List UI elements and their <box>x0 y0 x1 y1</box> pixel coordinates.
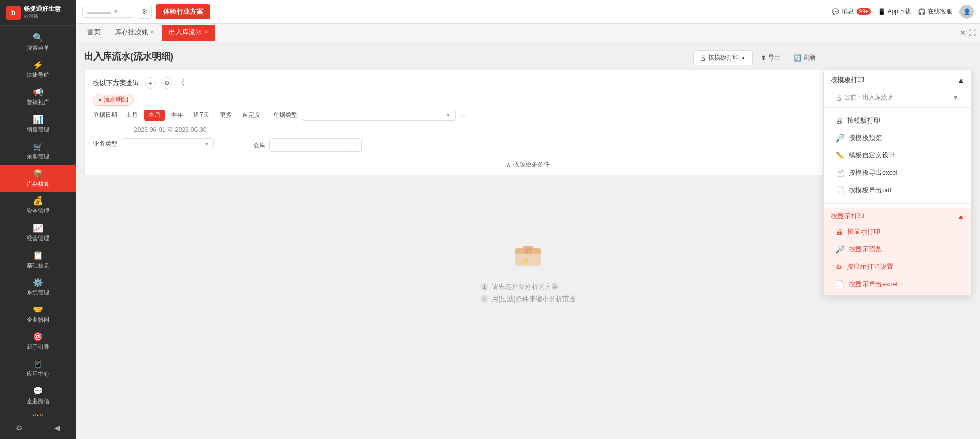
svg-text:😐: 😐 <box>523 257 530 264</box>
print-template-button[interactable]: 🖨 按模板打印 ▲ <box>693 50 753 65</box>
sidebar-item-quicknav[interactable]: ⚡ 快捷导航 <box>0 56 76 83</box>
gear-button[interactable]: ⚙ <box>138 5 152 19</box>
dropdown-item-display-print[interactable]: 🖨 按显示打印 <box>824 223 971 241</box>
sidebar-footer: ⚙ ◀ <box>0 416 76 439</box>
doctype-select[interactable]: ▼ <box>302 110 456 121</box>
last-month-button[interactable]: 上月 <box>122 110 142 121</box>
sidebar-item-system[interactable]: ⚙️ 系统管理 <box>0 273 76 301</box>
warehouse-select[interactable]: ··· <box>269 138 362 152</box>
logo-text: 畅捷通好生意 标准版 <box>24 5 61 21</box>
export-button[interactable]: ⬆ 导出 <box>756 51 786 65</box>
enterprise-icon: 🤝 <box>33 305 43 314</box>
sidebar-nav: 🔍 搜索菜单 ⚡ 快捷导航 📢 营销推广 📊 销售管理 🛒 采购管理 📦 库存核… <box>0 26 76 416</box>
biztype-field-label: 业务类型 <box>93 139 117 148</box>
sidebar-item-purchase[interactable]: 🛒 采购管理 <box>0 137 76 165</box>
sidebar: b 畅捷通好生意 标准版 🔍 搜索菜单 ⚡ 快捷导航 📢 营销推广 📊 销售管理… <box>0 0 76 439</box>
current-arrow-icon: ▼ <box>953 94 959 102</box>
dropdown-close-icon[interactable]: ▲ <box>957 76 964 84</box>
sidebar-item-finance[interactable]: 💰 资金管理 <box>0 192 76 219</box>
content-area: 出入库流水(流水明细) 🖨 按模板打印 ▲ ⬆ 导出 🔄 刷新 按以下方案查询 <box>76 42 980 439</box>
system-icon: ⚙️ <box>33 277 43 287</box>
operation-icon: 📈 <box>33 223 43 233</box>
warehouse-more-button[interactable]: ··· <box>351 141 357 149</box>
topbar-left: ▬▬▬▬ ▼ ⚙ 体验行业方案 <box>82 4 828 19</box>
user-selector[interactable]: ▬▬▬▬ ▼ <box>82 6 133 18</box>
printer-icon-2: 🖨 <box>836 228 843 236</box>
last7days-button[interactable]: 近7天 <box>189 110 213 121</box>
sidebar-item-wechat[interactable]: 💬 企业微信 <box>0 382 76 409</box>
more-date-button[interactable]: 更多 <box>215 110 236 121</box>
user-avatar[interactable]: 👤 <box>959 5 974 19</box>
message-badge: 99+ <box>857 8 871 15</box>
doctype-field-label: 单据类型 <box>273 111 298 119</box>
preview-icon-2: 🔎 <box>836 245 845 253</box>
filter-add-button[interactable]: + <box>145 77 156 89</box>
filter-setting-button[interactable]: ⚙ <box>161 77 172 89</box>
main-area: ▬▬▬▬ ▼ ⚙ 体验行业方案 💬 消息 99+ 📱 App下载 🎧 在线客服 <box>76 0 980 439</box>
doctype-more-button[interactable]: ··· <box>460 111 466 119</box>
app-download-button[interactable]: 📱 App下载 <box>878 7 911 16</box>
headset-icon: 🎧 <box>918 8 926 15</box>
biztype-select[interactable]: ▼ <box>122 138 214 149</box>
dropdown-item-template-preview[interactable]: 🔎 按模板预览 <box>824 129 971 147</box>
empty-tip-1: 1 请先选择要分析的方案 <box>480 282 575 291</box>
sidebar-item-basicinfo[interactable]: 📋 基础信息 <box>0 246 76 273</box>
sidebar-item-inventory[interactable]: 📦 库存核算 <box>0 165 76 192</box>
display-print-section: 按显示打印 ▲ 🖨 按显示打印 🔎 按显示预览 ⚙ 按显示打印设置 <box>824 206 971 295</box>
dropdown-item-display-excel[interactable]: 📄 按显示导出excel <box>824 275 971 293</box>
action-buttons: 🖨 按模板打印 ▲ ⬆ 导出 🔄 刷新 <box>693 50 821 65</box>
template-print-section: 🖨 按模板打印 🔎 按模板预览 ✏️ 模板自定义设计 📄 按模板导出excel <box>824 110 971 201</box>
sidebar-settings-button[interactable]: ⚙ <box>14 422 25 434</box>
sidebar-item-search[interactable]: 🔍 搜索菜单 <box>0 29 76 56</box>
sidebar-item-operation[interactable]: 📈 经营管理 <box>0 219 76 246</box>
window-buttons: ✕ ⛶ <box>959 29 976 37</box>
export-icon: ⬆ <box>761 54 766 62</box>
chevron-up-icon: ∧ <box>506 161 511 168</box>
trial-button[interactable]: 体验行业方案 <box>156 4 210 19</box>
sidebar-collapse-button[interactable]: ◀ <box>52 422 62 434</box>
dropdown-item-template-excel[interactable]: 📄 按模板导出excel <box>824 164 971 182</box>
current-year-button[interactable]: 本年 <box>167 110 187 121</box>
tab-inout-flow[interactable]: 出入库流水 ✕ <box>162 25 215 41</box>
quicknav-icon: ⚡ <box>33 60 43 70</box>
current-month-button[interactable]: 本月 <box>144 110 165 121</box>
tab-close-inventory-batch[interactable]: ✕ <box>150 29 154 35</box>
message-icon: 💬 <box>832 8 839 15</box>
dropdown-item-template-custom[interactable]: ✏️ 模板自定义设计 <box>824 147 971 164</box>
dropdown-header: 按模板打印 ▲ <box>824 70 971 90</box>
empty-tip-2: 2 用[过滤]条件来缩小分析范围 <box>480 294 575 304</box>
gear-icon: ⚙ <box>142 8 148 15</box>
dropdown-scroll: 🖨 当前：出入库流水 ▼ 🖨 按模板打印 🔎 按模板预览 <box>824 90 971 295</box>
online-service-button[interactable]: 🎧 在线客服 <box>918 7 952 16</box>
basicinfo-icon: 📋 <box>33 250 43 260</box>
tab-home[interactable]: 首页 <box>80 25 108 41</box>
message-button[interactable]: 💬 消息 99+ <box>832 7 871 16</box>
tab-inventory-batch[interactable]: 库存批次账 ✕ <box>108 25 162 41</box>
sidebar-item-member[interactable]: 👑 畅会员 <box>0 409 76 416</box>
sidebar-item-enterprise[interactable]: 🤝 企业协同 <box>0 301 76 328</box>
window-maximize-button[interactable]: ⛶ <box>969 29 976 37</box>
dropdown-item-display-preview[interactable]: 🔎 按显示预览 <box>824 241 971 258</box>
sidebar-item-sales[interactable]: 📊 销售管理 <box>0 110 76 137</box>
sales-icon: 📊 <box>33 114 43 124</box>
window-close-button[interactable]: ✕ <box>959 29 966 37</box>
refresh-button[interactable]: 🔄 刷新 <box>789 51 821 65</box>
tabs-bar: 首页 库存批次账 ✕ 出入库流水 ✕ ✕ ⛶ <box>76 24 980 42</box>
dropdown-item-display-settings[interactable]: ⚙ 按显示打印设置 <box>824 258 971 275</box>
display-print-section-header[interactable]: 按显示打印 ▲ <box>824 208 971 223</box>
empty-tips: 1 请先选择要分析的方案 2 用[过滤]条件来缩小分析范围 <box>480 282 575 307</box>
date-quick-buttons: 上月 本月 本年 近7天 更多 自定义 <box>122 110 265 121</box>
dropdown-item-template-print[interactable]: 🖨 按模板打印 <box>824 112 971 129</box>
filter-tag-liushui[interactable]: ● 流水明细 <box>93 94 134 106</box>
custom-date-button[interactable]: 自定义 <box>238 110 265 121</box>
inventory-icon: 📦 <box>33 169 43 178</box>
refresh-icon: 🔄 <box>794 54 801 62</box>
dropdown-item-display-pdf[interactable]: 📄 按显示导出pdf <box>824 293 971 295</box>
sidebar-item-newguide[interactable]: 🎯 新手引导 <box>0 328 76 355</box>
filter-collapse-button[interactable]: 《 <box>178 78 185 88</box>
filter-field-biztype: 业务类型 ▼ <box>93 138 214 149</box>
sidebar-item-appcenter[interactable]: 📱 应用中心 <box>0 355 76 382</box>
sidebar-item-marketing[interactable]: 📢 营销推广 <box>0 83 76 110</box>
dropdown-item-template-pdf[interactable]: 📄 按模板导出pdf <box>824 182 971 199</box>
tab-close-inout-flow[interactable]: ✕ <box>204 29 208 35</box>
